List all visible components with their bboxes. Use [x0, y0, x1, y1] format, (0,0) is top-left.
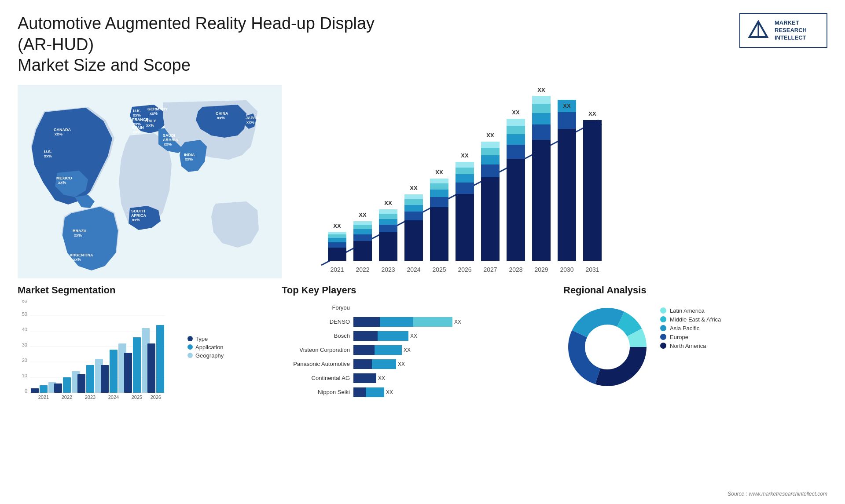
svg-rect-44 — [353, 241, 372, 261]
svg-text:40: 40 — [22, 327, 27, 332]
svg-text:SAUDI: SAUDI — [163, 133, 175, 138]
players-section: Top Key Players Foryou DENSO XX Bosch — [282, 285, 550, 406]
svg-text:xx%: xx% — [55, 132, 62, 136]
svg-rect-52 — [379, 219, 397, 225]
svg-text:INDIA: INDIA — [184, 153, 195, 157]
legend-north-america: North America — [660, 343, 721, 349]
svg-text:XX: XX — [410, 185, 418, 191]
svg-text:20: 20 — [22, 358, 27, 363]
regional-section: Regional Analysis — [559, 285, 827, 406]
svg-rect-66 — [430, 179, 448, 183]
svg-text:XX: XX — [333, 223, 341, 229]
growth-chart: XX XX XX XX — [308, 85, 607, 278]
svg-rect-38 — [328, 248, 346, 261]
svg-rect-74 — [481, 177, 500, 261]
svg-rect-95 — [583, 120, 602, 261]
svg-rect-75 — [481, 164, 500, 177]
svg-text:XX: XX — [359, 212, 367, 218]
regional-title: Regional Analysis — [563, 285, 827, 296]
svg-rect-48 — [353, 221, 372, 225]
segmentation-chart-svg: 0 10 20 30 40 50 60 — [18, 300, 167, 406]
svg-rect-64 — [430, 190, 448, 197]
svg-text:AFRICA: AFRICA — [131, 213, 146, 218]
svg-rect-47 — [353, 225, 372, 229]
svg-rect-65 — [430, 183, 448, 190]
world-map: CANADA xx% U.S. xx% MEXICO xx% BRAZIL xx… — [18, 85, 282, 278]
donut-chart — [563, 303, 651, 391]
application-dot — [187, 344, 193, 350]
svg-text:60: 60 — [22, 300, 27, 303]
legend-mea: Middle East & Africa — [660, 316, 721, 323]
source-text: Source : www.marketresearchintellect.com — [727, 491, 827, 497]
svg-text:ITALY: ITALY — [145, 119, 156, 123]
svg-rect-131 — [101, 365, 109, 393]
svg-text:xx%: xx% — [164, 142, 172, 146]
svg-rect-41 — [328, 234, 346, 238]
svg-text:xx%: xx% — [146, 123, 154, 128]
svg-rect-56 — [404, 220, 423, 261]
svg-rect-125 — [54, 383, 62, 393]
svg-text:2022: 2022 — [356, 266, 369, 273]
title-block: Automotive Augmented Reality Head-up Dis… — [18, 13, 378, 76]
svg-rect-86 — [532, 140, 551, 261]
svg-rect-92 — [558, 129, 576, 261]
svg-rect-132 — [110, 350, 118, 393]
svg-rect-89 — [532, 104, 551, 113]
bottom-section: Market Segmentation 0 10 20 30 40 50 60 — [0, 280, 845, 406]
svg-text:SPAIN: SPAIN — [132, 125, 144, 130]
geography-dot — [187, 353, 193, 358]
svg-text:XX: XX — [537, 87, 545, 93]
svg-rect-84 — [507, 119, 525, 126]
svg-rect-126 — [63, 377, 71, 393]
svg-text:2026: 2026 — [151, 394, 161, 400]
regional-content: Latin America Middle East & Africa Asia … — [563, 303, 827, 391]
svg-text:xx%: xx% — [150, 111, 158, 116]
player-foryou: Foryou — [282, 303, 541, 313]
svg-rect-40 — [328, 238, 346, 242]
svg-text:2021: 2021 — [330, 266, 344, 273]
logo-text: MARKET RESEARCH INTELLECT — [775, 19, 807, 42]
segmentation-title: Market Segmentation — [18, 285, 273, 296]
svg-text:xx%: xx% — [246, 120, 254, 124]
svg-text:2029: 2029 — [534, 266, 548, 273]
svg-text:xx%: xx% — [217, 116, 225, 120]
player-panasonic: Panasonic Automotive XX — [282, 359, 541, 369]
svg-text:2023: 2023 — [85, 394, 96, 400]
svg-rect-83 — [507, 126, 525, 134]
svg-rect-76 — [481, 155, 500, 164]
growth-chart-section: XX XX XX XX — [304, 85, 827, 280]
svg-text:CANADA: CANADA — [54, 128, 71, 132]
svg-rect-122 — [31, 388, 39, 393]
svg-text:xx%: xx% — [73, 257, 81, 262]
svg-text:ARGENTINA: ARGENTINA — [70, 253, 93, 257]
svg-text:BRAZIL: BRAZIL — [73, 229, 87, 233]
svg-text:2025: 2025 — [132, 394, 142, 400]
player-nippon: Nippon Seiki XX — [282, 387, 541, 397]
svg-rect-134 — [124, 353, 132, 393]
svg-text:xx%: xx% — [74, 233, 82, 237]
svg-text:2024: 2024 — [407, 266, 420, 273]
svg-rect-71 — [456, 168, 474, 174]
svg-rect-81 — [507, 145, 525, 159]
legend-europe: Europe — [660, 334, 721, 340]
svg-text:MEXICO: MEXICO — [56, 176, 72, 180]
svg-rect-59 — [404, 199, 423, 205]
svg-text:XX: XX — [486, 132, 494, 139]
svg-text:2027: 2027 — [483, 266, 497, 273]
legend-application: Application — [187, 344, 224, 351]
svg-text:xx%: xx% — [44, 154, 52, 158]
svg-text:GERMANY: GERMANY — [147, 107, 168, 111]
svg-rect-63 — [430, 197, 448, 207]
svg-rect-39 — [328, 242, 346, 248]
svg-rect-54 — [379, 209, 397, 214]
legend-type: Type — [187, 336, 224, 342]
seg-legend: Type Application Geography — [187, 336, 224, 406]
svg-text:10: 10 — [22, 373, 27, 378]
segmentation-section: Market Segmentation 0 10 20 30 40 50 60 — [18, 285, 273, 406]
players-title: Top Key Players — [282, 285, 541, 296]
svg-rect-57 — [404, 212, 423, 220]
seg-chart: 0 10 20 30 40 50 60 — [18, 300, 167, 406]
svg-rect-51 — [379, 225, 397, 232]
svg-text:ARABIA: ARABIA — [163, 138, 178, 142]
svg-text:xx%: xx% — [132, 218, 140, 222]
